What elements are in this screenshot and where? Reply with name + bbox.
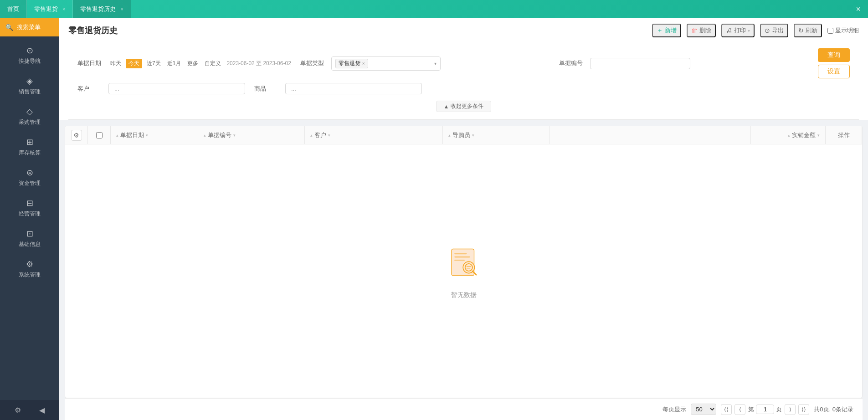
date-btn-group: 昨天 今天 近7天 近1月 更多 自定义 (108, 59, 223, 68)
delete-button[interactable]: 🗑 删除 (687, 24, 716, 37)
date-btn-custom[interactable]: 自定义 (203, 59, 223, 68)
svg-rect-2 (454, 256, 470, 258)
sidebar-search-label: 搜索菜单 (17, 23, 41, 31)
tab-home[interactable]: 首页 (0, 0, 27, 18)
tab-retail-return-history-label: 零售退货历史 (80, 5, 116, 13)
sidebar-nav: ⊙ 快捷导航 ◈ 销售管理 ◇ 采购管理 ⊞ 库存核算 ⊜ 资金管理 ⊟ 经营管… (0, 36, 59, 400)
sort-guide-asc-icon: ▴ (448, 133, 451, 138)
goods-input[interactable]: ... (285, 83, 422, 94)
sidebar: 🔍 搜索菜单 ⊙ 快捷导航 ◈ 销售管理 ◇ 采购管理 ⊞ 库存核算 ⊜ 资金管 (0, 18, 59, 420)
set-button[interactable]: 设置 (818, 65, 850, 78)
delete-button-label: 删除 (699, 26, 711, 35)
doctype-filter-label: 单据类型 (300, 59, 328, 67)
new-button-label: 新增 (665, 26, 677, 35)
tab-retail-return[interactable]: 零售退货 × (27, 0, 73, 18)
show-detail-checkbox[interactable] (827, 28, 833, 34)
print-button-label: 打印 (734, 26, 746, 35)
th-date-label: 单据日期 (120, 131, 144, 139)
sidebar-item-quick-nav[interactable]: ⊙ 快捷导航 (0, 40, 59, 71)
th-checkbox (88, 126, 111, 144)
sort-desc-icon: ▾ (146, 133, 148, 138)
th-date[interactable]: ▴ 单据日期 ▾ (111, 126, 198, 144)
date-btn-yesterday[interactable]: 昨天 (108, 59, 123, 68)
sidebar-item-sales-mgmt[interactable]: ◈ 销售管理 (0, 71, 59, 101)
doctype-tag: 零售退货 × (335, 59, 368, 68)
th-guide-label: 导购员 (452, 131, 470, 139)
query-set-buttons: 查询 设置 (818, 48, 850, 78)
finance-icon: ⊜ (26, 168, 33, 178)
doctype-select[interactable]: 零售退货 × ▾ (331, 56, 441, 71)
date-btn-1month[interactable]: 近1月 (165, 59, 183, 68)
date-btn-7days[interactable]: 近7天 (145, 59, 163, 68)
th-customer[interactable]: ▴ 客户 ▾ (305, 126, 443, 144)
window-close-button[interactable]: × (848, 5, 868, 14)
top-bar: 首页 零售退货 × 零售退货历史 × × (0, 0, 868, 18)
collapse-button[interactable]: ▲ 收起更多条件 (436, 101, 492, 112)
sidebar-item-operation-label: 经营管理 (19, 210, 41, 218)
sort-cust-asc-icon: ▴ (310, 133, 313, 138)
sales-icon: ◈ (26, 76, 33, 86)
th-no[interactable]: ▴ 单据编号 ▾ (198, 126, 305, 144)
first-page-button[interactable]: ⟨⟨ (721, 404, 732, 415)
th-amount-label: 实销金额 (792, 131, 816, 139)
docno-input[interactable] (590, 58, 690, 69)
th-spacer (550, 126, 751, 144)
page-number-input[interactable] (756, 405, 774, 414)
collapse-button-label: 收起更多条件 (451, 102, 483, 110)
content-area: 零售退货历史 ＋ 新增 🗑 删除 🖨 打印 ▾ (59, 18, 868, 420)
sidebar-item-finance[interactable]: ⊜ 资金管理 (0, 162, 59, 193)
filter-row-1: 单据日期 昨天 今天 近7天 近1月 更多 自定义 2023-06-02 至 2… (77, 48, 850, 78)
th-settings: ⚙ (65, 126, 88, 144)
date-btn-more[interactable]: 更多 (185, 59, 200, 68)
last-page-button[interactable]: ⟩⟩ (798, 404, 809, 415)
refresh-button[interactable]: ↻ 刷新 (794, 24, 822, 37)
tab-home-label: 首页 (7, 5, 19, 13)
search-icon: 🔍 (5, 24, 13, 31)
sidebar-item-quick-nav-label: 快捷导航 (19, 57, 41, 65)
table-settings-button[interactable]: ⚙ (71, 130, 82, 141)
select-all-checkbox[interactable] (96, 132, 103, 138)
empty-text: 暂无数据 (451, 291, 477, 299)
tab-retail-return-history[interactable]: 零售退货历史 × (73, 0, 131, 18)
date-range-display: 2023-06-02 至 2023-06-02 (226, 60, 291, 67)
doctype-tag-close[interactable]: × (362, 61, 365, 66)
tab-retail-return-label: 零售退货 (34, 5, 58, 13)
filter-doctype-item: 单据类型 零售退货 × ▾ (300, 56, 550, 71)
sidebar-item-inventory[interactable]: ⊞ 库存核算 (0, 132, 59, 162)
sidebar-item-purchase-label: 采购管理 (19, 118, 41, 126)
export-button[interactable]: ⊙ 导出 (760, 24, 788, 37)
filter-docno-item: 单据编号 (559, 58, 809, 69)
collapse-up-icon: ▲ (444, 103, 449, 110)
th-guide[interactable]: ▴ 导购员 ▾ (443, 126, 550, 144)
new-button[interactable]: ＋ 新增 (652, 24, 681, 37)
sidebar-item-purchase-mgmt[interactable]: ◇ 采购管理 (0, 101, 59, 132)
print-arrow-icon: ▾ (748, 28, 750, 33)
collapse-sidebar-icon[interactable]: ◀ (39, 406, 45, 415)
th-op: 操作 (826, 126, 862, 144)
sidebar-item-base-info[interactable]: ⊡ 基础信息 (0, 223, 59, 254)
filter-date-item: 单据日期 昨天 今天 近7天 近1月 更多 自定义 2023-06-02 至 2… (77, 59, 291, 68)
th-amount[interactable]: ▴ 实销金额 ▾ (751, 126, 826, 144)
customer-input[interactable]: ... (108, 83, 245, 94)
sidebar-item-sales-label: 销售管理 (19, 88, 41, 96)
query-button[interactable]: 查询 (818, 48, 850, 62)
quick-nav-icon: ⊙ (26, 46, 33, 56)
sidebar-item-inventory-label: 库存核算 (19, 149, 41, 157)
data-table: ⚙ ▴ 单据日期 ▾ ▴ 单据编号 ▾ ▴ 客户 ▾ (65, 126, 863, 398)
sidebar-item-operation[interactable]: ⊟ 经营管理 (0, 193, 59, 223)
delete-icon: 🗑 (691, 27, 698, 34)
sort-amount-desc-icon: ▾ (817, 133, 820, 138)
print-button[interactable]: 🖨 打印 ▾ (721, 24, 755, 37)
sidebar-search[interactable]: 🔍 搜索菜单 (0, 18, 59, 36)
page-size-select[interactable]: 50 100 200 (691, 404, 716, 415)
settings-bottom-icon[interactable]: ⚙ (15, 406, 21, 415)
tab-retail-return-history-close[interactable]: × (120, 6, 123, 12)
date-btn-today[interactable]: 今天 (126, 59, 142, 68)
tab-retail-return-close[interactable]: × (62, 6, 65, 12)
sidebar-item-sys-mgmt[interactable]: ⚙ 系统管理 (0, 254, 59, 284)
next-page-button[interactable]: ⟩ (785, 404, 796, 415)
prev-page-button[interactable]: ⟨ (734, 404, 745, 415)
filter-area: 单据日期 昨天 今天 近7天 近1月 更多 自定义 2023-06-02 至 2… (68, 43, 859, 120)
export-button-label: 导出 (772, 26, 784, 35)
show-detail-checkbox-label: 显示明细 (827, 26, 859, 35)
